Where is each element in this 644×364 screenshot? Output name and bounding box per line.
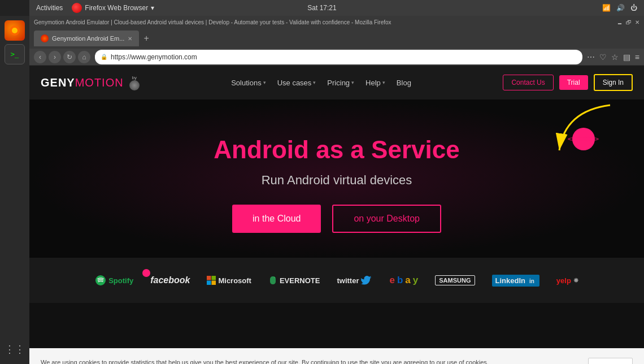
logo-by-area: by: [129, 75, 140, 90]
nav-solutions[interactable]: Solutions ▾: [231, 79, 266, 87]
pricing-caret: ▾: [351, 80, 354, 85]
tab-close-btn[interactable]: ✕: [128, 36, 132, 42]
yelp-text: yelp: [556, 276, 571, 285]
signin-button[interactable]: Sign In: [594, 74, 633, 91]
yelp-logo: yelp ✸: [556, 276, 578, 285]
os-bar-right: 📶 🔊 ⏻: [602, 4, 637, 12]
nav-buttons: ‹ › ↻ ⌂: [34, 51, 90, 63]
new-tab-btn[interactable]: +: [143, 34, 149, 43]
star-icon[interactable]: ☆: [611, 53, 619, 62]
samsung-text: SAMSUNG: [439, 277, 471, 284]
firefox-icon[interactable]: [5, 20, 25, 41]
nav-links: Solutions ▾ Use cases ▾ Pricing ▾ Help ▾: [231, 79, 411, 87]
cloud-button[interactable]: in the Cloud: [232, 205, 321, 233]
svg-rect-6: [207, 281, 211, 285]
ebay-a: a: [405, 275, 410, 286]
nav-blog[interactable]: Blog: [397, 79, 411, 87]
browser-tab[interactable]: Genymotion Android Em... ✕: [34, 31, 139, 46]
desktop-button[interactable]: on your Desktop: [332, 205, 441, 233]
terminal-icon[interactable]: >_: [5, 44, 25, 64]
nav-pricing[interactable]: Pricing ▾: [327, 79, 354, 87]
hero-buttons: in the Cloud on your Desktop: [232, 205, 441, 233]
logos-bar: Spotify facebook Microsoft: [29, 258, 644, 303]
logo-motion: MOTION: [75, 76, 124, 89]
power-icon: ⏻: [630, 4, 637, 12]
activities-label[interactable]: Activities: [36, 4, 63, 12]
facebook-text: facebook: [150, 275, 190, 285]
help-caret: ▾: [382, 80, 385, 85]
heart-icon[interactable]: ♡: [599, 53, 607, 62]
planet-ring: [568, 137, 599, 141]
samsung-logo: SAMSUNG: [435, 275, 475, 285]
dot-decoration: [142, 269, 150, 277]
nav-help[interactable]: Help ▾: [365, 79, 385, 87]
minimize-btn[interactable]: 🗕: [617, 19, 623, 25]
apps-grid-icon[interactable]: ⋮⋮: [5, 339, 25, 359]
evernote-logo: EVERNOTE: [268, 275, 320, 285]
twitter-logo: twitter: [337, 276, 372, 285]
browser-nav-bar: ‹ › ↻ ⌂ 🔒 https://www.genymotion.com ⋯ ♡…: [29, 49, 644, 66]
address-bar[interactable]: 🔒 https://www.genymotion.com: [95, 50, 582, 64]
network-icon: 📶: [602, 4, 611, 12]
yelp-star: ✸: [573, 277, 578, 284]
close-btn[interactable]: ✕: [635, 19, 639, 25]
logo-area: GENY MOTION by: [41, 75, 140, 90]
trial-button[interactable]: Trial: [559, 75, 588, 90]
agree-button[interactable]: I Agree: [588, 358, 633, 365]
usecases-caret: ▾: [313, 80, 316, 85]
ebay-b: b: [397, 275, 403, 286]
microsoft-logo: Microsoft: [207, 276, 251, 285]
back-button[interactable]: ‹: [34, 51, 46, 63]
main-wrapper: Activities Firefox Web Browser ▾ Sat 17:…: [0, 0, 644, 364]
maximize-btn[interactable]: 🗗: [626, 19, 632, 25]
logo-by-text: by: [132, 75, 136, 80]
linkedin-text: LinkedIn: [495, 276, 525, 285]
forward-button[interactable]: ›: [49, 51, 61, 63]
logo-geny: GENY: [41, 76, 75, 89]
cookie-text: We are using cookies to provide statisti…: [41, 358, 493, 365]
refresh-button[interactable]: ↻: [63, 51, 76, 63]
svg-rect-4: [207, 276, 211, 280]
url-text: https://www.genymotion.com: [111, 53, 197, 61]
hero-section: Android as a Service Run Android virtual…: [29, 99, 644, 258]
home-button[interactable]: ⌂: [78, 51, 90, 63]
ebay-y: y: [413, 275, 418, 286]
tab-favicon: [41, 34, 49, 42]
nav-actions: Contact Us Trial Sign In: [503, 74, 633, 91]
linkedin-badge: in: [528, 276, 536, 285]
svg-rect-7: [212, 281, 216, 285]
window-title: Genymotion Android Emulator | Cloud-base…: [34, 19, 617, 25]
os-bar-center: Sat 17:21: [307, 4, 336, 12]
tab-label: Genymotion Android Em...: [52, 35, 124, 42]
nav-usecases[interactable]: Use cases ▾: [277, 79, 316, 87]
lock-icon: 🔒: [101, 54, 107, 60]
facebook-logo: facebook: [150, 275, 190, 285]
browser-tab-bar: Genymotion Android Em... ✕ +: [29, 28, 644, 49]
menu-icon[interactable]: ≡: [635, 53, 639, 62]
solutions-caret: ▾: [263, 80, 266, 85]
firefox-os-icon: [72, 3, 82, 13]
site-nav: GENY MOTION by Solutions ▾ Use cases: [29, 66, 644, 99]
browser-app-label: Firefox Web Browser: [85, 4, 148, 12]
os-top-bar: Activities Firefox Web Browser ▾ Sat 17:…: [29, 0, 644, 16]
svg-point-1: [12, 28, 18, 33]
bookmarks-icon[interactable]: ⋯: [587, 53, 595, 62]
ebay-logo: e b a y: [389, 275, 418, 286]
os-time: Sat 17:21: [307, 4, 336, 12]
evernote-text: EVERNOTE: [280, 276, 320, 285]
logo: GENY MOTION: [41, 76, 124, 89]
window-controls: 🗕 🗗 ✕: [617, 19, 639, 25]
ebay-e: e: [389, 275, 394, 286]
dropdown-arrow: ▾: [151, 4, 154, 12]
sidebar-icon[interactable]: ▤: [623, 53, 630, 62]
microsoft-text: Microsoft: [218, 276, 251, 285]
cookie-bar: We are using cookies to provide statisti…: [29, 348, 644, 364]
taskbar: >_ ⋮⋮: [0, 16, 29, 364]
volume-icon: 🔊: [616, 4, 625, 12]
contact-button[interactable]: Contact Us: [503, 75, 553, 90]
hero-title: Android as a Service: [214, 136, 459, 164]
spotify-text: Spotify: [108, 276, 133, 285]
svg-rect-5: [212, 276, 216, 280]
logo-genymobile-icon: [129, 80, 140, 90]
os-bar-left: Activities Firefox Web Browser ▾: [36, 3, 154, 13]
